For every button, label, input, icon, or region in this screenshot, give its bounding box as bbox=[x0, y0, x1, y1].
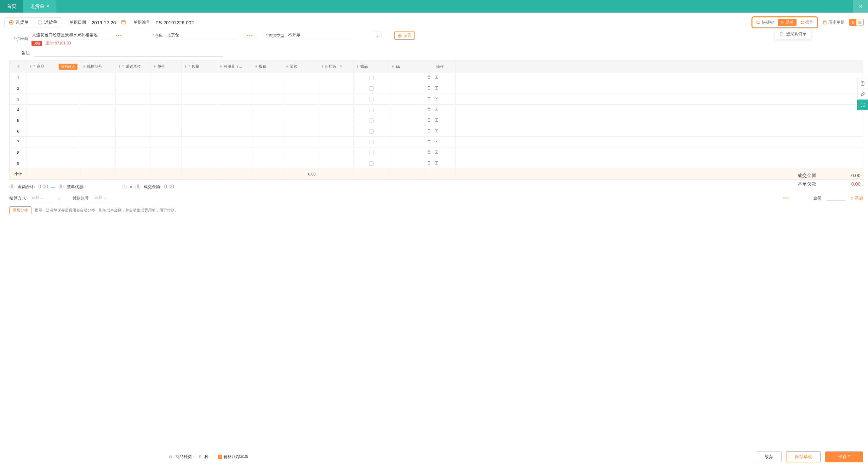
yen-icon: ¥ bbox=[9, 184, 14, 189]
gift-checkbox[interactable] bbox=[369, 140, 374, 144]
settle-now-badge: 现结 bbox=[31, 41, 42, 46]
gift-checkbox[interactable] bbox=[369, 97, 374, 101]
history-button[interactable]: 历史单据 bbox=[821, 19, 846, 26]
attachment-icon[interactable] bbox=[857, 89, 868, 99]
remark-label: 备注 bbox=[22, 50, 30, 56]
select-purchase-order-popover[interactable]: 选采购订单 bbox=[775, 29, 811, 39]
gift-checkbox[interactable] bbox=[369, 161, 374, 166]
fullscreen-icon[interactable] bbox=[857, 99, 868, 110]
view-list-icon[interactable] bbox=[849, 19, 856, 26]
table-row[interactable]: 9 bbox=[10, 158, 863, 168]
more-icon[interactable]: ••• bbox=[247, 33, 253, 38]
delete-icon[interactable] bbox=[427, 128, 431, 134]
subtab-return[interactable]: 退货单 bbox=[33, 18, 62, 27]
fee-allocate-button[interactable]: 费用分摊 bbox=[9, 206, 31, 214]
table-row[interactable]: 1 bbox=[10, 72, 863, 83]
svg-rect-3 bbox=[801, 21, 802, 22]
remark-input[interactable] bbox=[34, 49, 223, 57]
gift-checkbox[interactable] bbox=[369, 151, 374, 155]
radio-selected-icon bbox=[9, 20, 13, 25]
radio-icon bbox=[38, 20, 42, 25]
tab-purchase[interactable]: 进货单 ✕ bbox=[23, 0, 56, 12]
delete-icon[interactable] bbox=[427, 107, 431, 113]
table-row[interactable]: 3 bbox=[10, 94, 863, 104]
note-icon[interactable] bbox=[857, 78, 868, 89]
gift-checkbox[interactable] bbox=[369, 75, 374, 80]
svg-point-14 bbox=[18, 65, 19, 67]
svg-rect-5 bbox=[801, 23, 802, 24]
add-button[interactable]: ⊕ 添加 bbox=[850, 195, 863, 201]
table-row[interactable]: 6 bbox=[10, 126, 863, 136]
date-value[interactable]: 2019-12-26 bbox=[92, 20, 116, 25]
delete-icon[interactable] bbox=[427, 75, 431, 80]
close-icon[interactable]: ✕ bbox=[46, 4, 50, 8]
scan-button[interactable]: 扫码录入 bbox=[59, 64, 78, 70]
operate-button[interactable]: 操作 bbox=[798, 19, 815, 26]
delete-icon[interactable] bbox=[427, 118, 431, 123]
delete-icon[interactable] bbox=[427, 139, 431, 145]
add-row-icon[interactable] bbox=[434, 128, 439, 134]
delete-icon[interactable] bbox=[427, 161, 431, 166]
edit-icon[interactable]: ✎ bbox=[340, 64, 343, 69]
chevron-down-icon[interactable]: ⌄ bbox=[373, 31, 382, 38]
due-amount: 97101.00 bbox=[55, 41, 71, 45]
due-label: 应付: bbox=[45, 41, 54, 45]
date-label: 单据日期 bbox=[70, 20, 86, 25]
docno-label: 单据编号 bbox=[133, 20, 150, 25]
chevron-down-icon[interactable]: ⌄ bbox=[58, 196, 61, 200]
summary-box: 成交金额0.00 本单欠款0.00 bbox=[794, 168, 864, 191]
add-row-icon[interactable] bbox=[434, 75, 439, 80]
svg-point-13 bbox=[399, 35, 400, 36]
table-row[interactable]: 5 bbox=[10, 115, 863, 126]
calendar-icon[interactable] bbox=[121, 20, 126, 26]
window-close-button[interactable]: ✕ bbox=[853, 0, 868, 12]
svg-rect-0 bbox=[122, 21, 125, 24]
supplier-value[interactable]: 大连花园口经济区景和水果种植基地 bbox=[31, 31, 113, 39]
warehouse-field: *仓库 北京仓 ••• bbox=[152, 31, 253, 39]
table-row[interactable]: 2 bbox=[10, 83, 863, 94]
tab-home[interactable]: 首页 bbox=[0, 0, 23, 12]
tab-purchase-label: 进货单 bbox=[30, 3, 44, 9]
add-row-icon[interactable] bbox=[434, 107, 439, 113]
more-icon[interactable]: ••• bbox=[116, 33, 122, 38]
gift-checkbox[interactable] bbox=[369, 86, 374, 91]
invoice-value[interactable]: 不开票 bbox=[287, 31, 350, 39]
svg-rect-1 bbox=[757, 22, 760, 24]
doc-type-tabs: 进货单 退货单 bbox=[4, 17, 62, 27]
yen-icon: ¥ bbox=[59, 184, 64, 189]
gift-checkbox[interactable] bbox=[369, 119, 374, 123]
svg-rect-6 bbox=[803, 23, 804, 24]
add-row-icon[interactable] bbox=[434, 118, 439, 123]
table-row[interactable]: 4 bbox=[10, 104, 863, 115]
delete-icon[interactable] bbox=[427, 86, 431, 91]
delete-icon[interactable] bbox=[427, 96, 431, 102]
settings-button[interactable]: 设置 bbox=[394, 31, 415, 40]
subtab-purchase[interactable]: 进货单 bbox=[5, 18, 33, 27]
more-icon[interactable]: ••• bbox=[783, 196, 789, 200]
gift-checkbox[interactable] bbox=[369, 129, 374, 133]
supplier-field: *供应商 大连花园口经济区景和水果种植基地 ••• 现结 应付: 97101.0… bbox=[14, 31, 140, 46]
svg-rect-11 bbox=[859, 23, 860, 24]
table-row[interactable]: 7 bbox=[10, 136, 863, 147]
add-row-icon[interactable] bbox=[434, 150, 439, 155]
add-row-icon[interactable] bbox=[434, 86, 439, 91]
add-row-icon[interactable] bbox=[434, 139, 439, 145]
shortcut-button[interactable]: 快捷键 bbox=[754, 19, 776, 26]
add-row-icon[interactable] bbox=[434, 96, 439, 102]
side-toolbar bbox=[857, 78, 868, 110]
delete-icon[interactable] bbox=[427, 150, 431, 155]
sum-value: 0.00 bbox=[38, 184, 48, 190]
help-icon[interactable]: ? bbox=[122, 185, 127, 189]
pay-account-select[interactable]: 选择... bbox=[94, 194, 116, 202]
gift-checkbox[interactable] bbox=[369, 108, 374, 112]
warehouse-value[interactable]: 北京仓 bbox=[166, 31, 235, 39]
add-row-icon[interactable] bbox=[434, 161, 439, 166]
view-grid-icon[interactable] bbox=[856, 19, 863, 26]
svg-rect-9 bbox=[859, 21, 860, 22]
deal-value: 0.00 bbox=[164, 184, 174, 190]
settle-method-select[interactable]: 选择... bbox=[31, 194, 53, 202]
select-doc-button[interactable]: 选单 bbox=[778, 19, 797, 26]
gear-icon[interactable] bbox=[16, 64, 21, 69]
highlight-box: 快捷键 选单 操作 选采购订单 bbox=[751, 17, 818, 28]
table-row[interactable]: 8 bbox=[10, 147, 863, 158]
